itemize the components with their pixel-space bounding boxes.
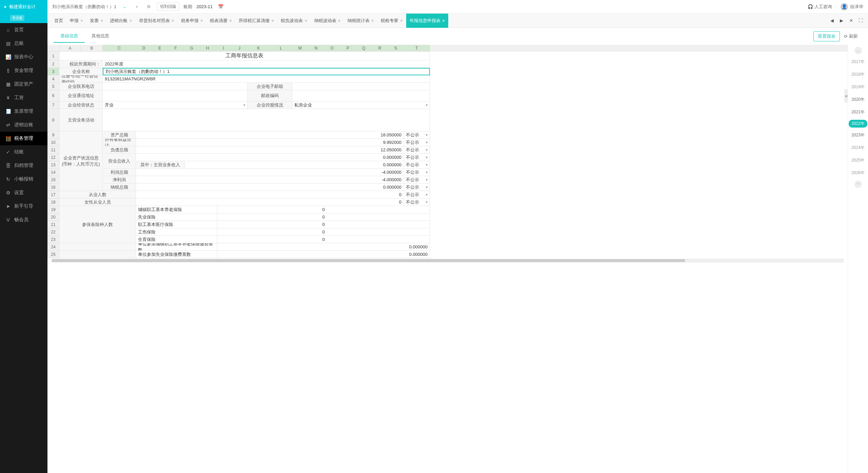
year-up-icon[interactable]: ︿: [854, 47, 862, 54]
tax-total-publish[interactable]: 不公示: [404, 184, 430, 191]
add-account-icon[interactable]: ＋: [133, 3, 141, 11]
year-2017年[interactable]: 2017年: [851, 57, 865, 67]
settings-icon[interactable]: ⚙: [145, 3, 153, 11]
year-2018年[interactable]: 2018年: [851, 70, 865, 79]
liabilities-total-publish[interactable]: 不公示: [404, 146, 430, 154]
equity-total-value[interactable]: 9.992000: [136, 139, 404, 146]
col-header-R[interactable]: R: [372, 45, 388, 52]
sidebar-item-invoice[interactable]: 🧾发票管理: [0, 105, 47, 118]
tab-税务申报[interactable]: 税务申报×: [178, 14, 206, 28]
tab-进销台账[interactable]: 进销台账×: [106, 14, 135, 28]
sidebar-item-archive[interactable]: 🗄归档管理: [0, 159, 47, 172]
row-header-8[interactable]: 8: [47, 109, 59, 131]
row-header-21[interactable]: 21: [47, 221, 59, 228]
tax-total-value[interactable]: 0.000000: [136, 184, 404, 191]
sidebar-item-ledger[interactable]: ▤总账: [0, 37, 47, 50]
email-value[interactable]: [292, 83, 430, 90]
female-publish[interactable]: 不公示: [404, 198, 430, 206]
holding-select[interactable]: 私营企业: [292, 101, 430, 109]
close-icon[interactable]: ×: [229, 18, 232, 23]
close-icon[interactable]: ×: [172, 18, 174, 23]
row-header-11[interactable]: 11: [47, 146, 59, 154]
year-2019年[interactable]: 2019年: [851, 82, 865, 92]
tab-税检专家[interactable]: 税检专家×: [377, 14, 406, 28]
row-header-15[interactable]: 15: [47, 176, 59, 184]
spreadsheet[interactable]: ABCDEFGHIJKLMNOPQRST 1234567891011121314…: [47, 45, 848, 473]
year-down-icon[interactable]: ﹀: [854, 181, 862, 188]
tab-年报信息申报表[interactable]: 年报信息申报表×: [406, 14, 448, 28]
profit-total-value[interactable]: -4.000000: [136, 169, 404, 176]
year-2021年[interactable]: 2021年: [851, 107, 865, 117]
row-header-25[interactable]: 25: [47, 251, 59, 258]
col-header-Q[interactable]: Q: [356, 45, 372, 52]
consult-button[interactable]: 🎧 人工咨询: [808, 4, 832, 10]
col-header-B[interactable]: B: [81, 45, 103, 52]
row-header-24[interactable]: 24: [47, 243, 59, 251]
col-header-D[interactable]: D: [136, 45, 152, 52]
col-header-T[interactable]: T: [404, 45, 430, 52]
close-icon[interactable]: ×: [271, 18, 274, 23]
year-2024年[interactable]: 2024年: [851, 143, 865, 153]
subtab-其他信息[interactable]: 其他信息: [85, 30, 116, 43]
account-selector[interactable]: 刘小艳演示账套（勿删勿动！）1: [52, 4, 116, 10]
row-header-23[interactable]: 23: [47, 236, 59, 243]
col-header-F[interactable]: F: [168, 45, 184, 52]
biz-status-select[interactable]: 开业: [103, 101, 248, 109]
sidebar-item-asset[interactable]: ▦固定资产: [0, 77, 47, 91]
liabilities-total-value[interactable]: 12.050000: [136, 146, 404, 154]
fullscreen-icon[interactable]: ⛶: [856, 17, 865, 25]
row-header-2[interactable]: 2: [47, 60, 59, 68]
revenue-value[interactable]: 0.000000: [136, 154, 404, 161]
sidebar-item-money[interactable]: ₿资金管理: [0, 64, 47, 77]
row-header-6[interactable]: 6: [47, 90, 59, 101]
assets-total-publish[interactable]: 不公示: [404, 131, 430, 139]
close-icon[interactable]: ×: [304, 18, 307, 23]
tab-next-icon[interactable]: ▶: [837, 17, 846, 25]
tab-纳税统计表[interactable]: 纳税统计表×: [344, 14, 377, 28]
row-header-20[interactable]: 20: [47, 213, 59, 221]
col-header-E[interactable]: E: [152, 45, 168, 52]
col-header-A[interactable]: A: [59, 45, 81, 52]
tab-申报[interactable]: 申报×: [66, 14, 86, 28]
sidebar-item-home[interactable]: ⌂首页: [0, 23, 47, 37]
year-2022年[interactable]: 2022年: [849, 120, 867, 128]
female-value[interactable]: 0: [136, 198, 404, 206]
net-profit-publish[interactable]: 不公示: [404, 176, 430, 184]
tab-发票[interactable]: 发票×: [86, 14, 106, 28]
tab-税表清册[interactable]: 税表清册×: [206, 14, 235, 28]
profit-total-publish[interactable]: 不公示: [404, 169, 430, 176]
row-header-9[interactable]: 9: [47, 131, 59, 139]
close-icon[interactable]: ×: [129, 18, 132, 23]
close-icon[interactable]: ×: [80, 18, 83, 23]
user-menu[interactable]: 👤 徐泽华: [841, 3, 863, 11]
refresh-button[interactable]: ⟳ 刷新: [840, 32, 862, 41]
close-icon[interactable]: ×: [338, 18, 341, 23]
col-header-L[interactable]: L: [270, 45, 292, 52]
year-2025年[interactable]: 2025年: [851, 155, 865, 165]
base-0-value[interactable]: 0.000000: [217, 243, 430, 251]
year-2026年[interactable]: 2026年: [851, 168, 865, 178]
sidebar-item-salary[interactable]: ¥工资: [0, 91, 47, 105]
year-2020年[interactable]: 2020年: [851, 95, 865, 105]
reg-code-value[interactable]: 91320811MA7NGR2W6R: [103, 75, 430, 83]
col-header-H[interactable]: H: [200, 45, 216, 52]
period-value[interactable]: 2022年度: [103, 60, 430, 68]
close-icon[interactable]: ×: [200, 18, 203, 23]
insurance-3-value[interactable]: 0: [217, 228, 430, 236]
row-header-5[interactable]: 5: [47, 83, 59, 90]
main-biz-value[interactable]: [103, 109, 430, 131]
col-header-G[interactable]: G: [184, 45, 200, 52]
switch-old-button[interactable]: 切到旧版: [157, 2, 179, 11]
sidebar-item-expense[interactable]: ↻小畅报销: [0, 172, 47, 186]
tab-纳税波动表[interactable]: 纳税波动表×: [311, 14, 344, 28]
tab-close-all-icon[interactable]: ✕: [847, 17, 855, 25]
subtab-基础信息[interactable]: 基础信息: [54, 30, 85, 43]
postal-value[interactable]: [292, 90, 430, 101]
row-header-1[interactable]: 1: [47, 52, 59, 60]
main-revenue-value[interactable]: 0.000000: [185, 161, 404, 169]
row-header-7[interactable]: 7: [47, 101, 59, 109]
tab-所得税汇算清缴[interactable]: 所得税汇算清缴×: [235, 14, 277, 28]
row-header-13[interactable]: 13: [47, 161, 59, 169]
employees-publish[interactable]: 不公示: [404, 191, 430, 198]
reset-report-button[interactable]: 重置报表: [813, 31, 840, 41]
